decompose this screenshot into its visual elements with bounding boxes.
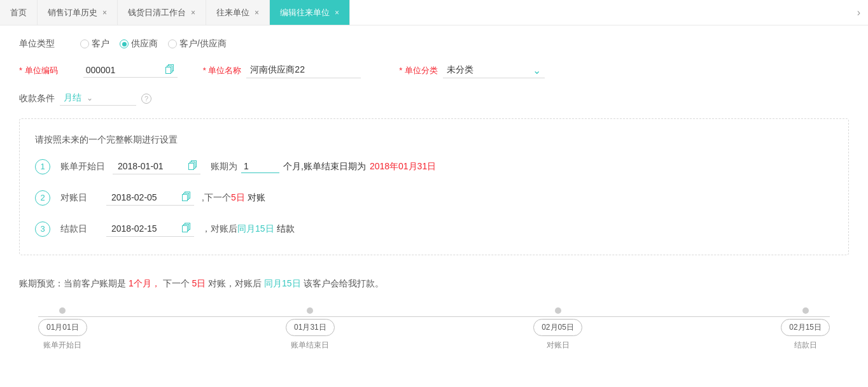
unit-code-icon[interactable]: 🗍 bbox=[165, 64, 175, 76]
timeline-node-1: 01月01日 账单开始日 bbox=[38, 307, 87, 351]
period-num-1: 1 bbox=[35, 159, 50, 174]
tab-sales-history-close[interactable]: × bbox=[102, 8, 107, 17]
timeline-container: 01月01日 账单开始日 01月31日 账单结束日 02月05日 对账日 bbox=[19, 307, 849, 351]
preview-section: 账期预览：当前客户账期是 1个月， 下一个 5日 对账，对账后 同月15日 该客… bbox=[19, 268, 849, 351]
preview-part2-suffix: 对账，对账后 bbox=[208, 278, 262, 288]
radio-both[interactable]: 客户/供应商 bbox=[168, 38, 227, 50]
period-payment-day: 同月15日 bbox=[237, 223, 274, 235]
tab-edit-partner-close[interactable]: × bbox=[335, 8, 339, 17]
radio-group-unit-type: 客户 供应商 客户/供应商 bbox=[80, 38, 227, 50]
timeline-nodes: 01月01日 账单开始日 01月31日 账单结束日 02月05日 对账日 bbox=[38, 307, 830, 351]
unit-code-input[interactable] bbox=[86, 65, 162, 75]
period-hint-3a: ，对账后 bbox=[202, 223, 237, 235]
payment-chevron-icon: ⌄ bbox=[87, 94, 93, 102]
preview-part1: 1个月， bbox=[129, 278, 160, 288]
radio-both-circle bbox=[168, 39, 177, 48]
timeline-badge-1: 01月01日 bbox=[38, 319, 87, 336]
timeline-label-1: 账单开始日 bbox=[43, 340, 81, 351]
period-reconcile-day: 5日 bbox=[231, 192, 245, 204]
timeline-dot-2 bbox=[307, 307, 313, 314]
preview-text: 账期预览：当前客户账期是 1个月， 下一个 5日 对账，对账后 同月15日 该客… bbox=[19, 278, 849, 290]
period-date-3-input[interactable] bbox=[109, 222, 179, 235]
tab-cash-work[interactable]: 钱货日清工作台 × bbox=[118, 0, 206, 25]
tab-expand-button[interactable]: › bbox=[850, 0, 868, 25]
payment-dropdown[interactable]: 月结 ⌄ bbox=[60, 91, 136, 106]
period-label-3: 结款日 bbox=[60, 223, 99, 235]
unit-type-row: 单位类型 客户 供应商 客户/供应商 bbox=[19, 38, 849, 50]
preview-part2-highlight: 5日 bbox=[192, 278, 206, 288]
tab-cash-work-label: 钱货日清工作台 bbox=[128, 7, 186, 18]
period-box-title: 请按照未来的一个完整帐期进行设置 bbox=[35, 134, 833, 146]
unit-code-field: 🗍 bbox=[83, 63, 178, 78]
period-end-date: 2018年01月31日 bbox=[370, 161, 436, 172]
radio-customer-circle bbox=[80, 39, 89, 48]
period-hint-2a: ,下一个 bbox=[202, 192, 231, 204]
period-months-input[interactable] bbox=[241, 160, 279, 173]
radio-customer-label: 客户 bbox=[92, 38, 109, 50]
period-hint-3b: 结款 bbox=[277, 223, 295, 235]
chevron-down-icon: ⌄ bbox=[533, 64, 541, 76]
period-months-suffix: 个月,账单结束日期为 bbox=[283, 161, 366, 172]
radio-supplier-label: 供应商 bbox=[131, 38, 158, 50]
period-date-1-input[interactable] bbox=[115, 160, 185, 172]
period-date-1: 🗍 bbox=[113, 158, 200, 174]
payment-value: 月结 bbox=[64, 92, 81, 104]
period-label-2: 对账日 bbox=[60, 192, 99, 204]
timeline-badge-2: 01月31日 bbox=[286, 319, 335, 336]
tab-cash-work-close[interactable]: × bbox=[191, 8, 195, 17]
radio-both-label: 客户/供应商 bbox=[179, 38, 227, 50]
period-date-2-input[interactable] bbox=[109, 191, 179, 204]
preview-part2-prefix: 下一个 bbox=[163, 278, 190, 288]
tab-edit-partner-label: 编辑往来单位 bbox=[280, 7, 330, 18]
radio-supplier[interactable]: 供应商 bbox=[120, 38, 158, 50]
unit-category-dropdown[interactable]: 未分类 ⌄ bbox=[443, 63, 545, 78]
unit-code-label: * 单位编码 bbox=[19, 65, 58, 76]
period-num-2: 2 bbox=[35, 190, 50, 206]
timeline-node-2: 01月31日 账单结束日 bbox=[286, 307, 335, 351]
period-date-1-cal-icon[interactable]: 🗍 bbox=[188, 160, 198, 172]
unit-name-input[interactable] bbox=[246, 62, 361, 78]
payment-help-icon[interactable]: ? bbox=[141, 94, 151, 104]
tab-sales-history[interactable]: 销售订单历史 × bbox=[38, 0, 118, 25]
tab-edit-partner[interactable]: 编辑往来单位 × bbox=[270, 0, 350, 25]
unit-category-label: * 单位分类 bbox=[399, 65, 438, 76]
period-box: 请按照未来的一个完整帐期进行设置 1 账单开始日 🗍 账期为 个月,账单结束日期… bbox=[19, 118, 849, 255]
preview-label: 账期预览：当前客户账期是 bbox=[19, 278, 126, 288]
period-row-2: 2 对账日 🗍 ,下一个 5日 对账 bbox=[35, 190, 833, 206]
radio-supplier-circle bbox=[120, 39, 129, 48]
tab-sales-history-label: 销售订单历史 bbox=[48, 7, 97, 18]
timeline-node-4: 02月15日 结款日 bbox=[781, 307, 830, 351]
timeline-label-3: 对账日 bbox=[547, 340, 570, 351]
period-date-3-cal-icon[interactable]: 🗍 bbox=[181, 223, 192, 234]
unit-type-label: 单位类型 bbox=[19, 38, 55, 50]
timeline-node-3: 02月05日 对账日 bbox=[533, 307, 582, 351]
period-date-3: 🗍 bbox=[106, 221, 194, 237]
period-label-1: 账单开始日 bbox=[60, 161, 105, 172]
tab-partner-label: 往来单位 bbox=[216, 7, 249, 18]
tab-partner[interactable]: 往来单位 × bbox=[206, 0, 270, 25]
tab-bar: 首页 销售订单历史 × 钱货日清工作台 × 往来单位 × 编辑往来单位 × › bbox=[0, 0, 868, 25]
timeline-dot-3 bbox=[555, 307, 561, 314]
main-content: 单位类型 客户 供应商 客户/供应商 * 单位编码 🗍 * 单位名称 * 单位分… bbox=[0, 25, 868, 387]
period-row-3: 3 结款日 🗍 ，对账后 同月15日 结款 bbox=[35, 221, 833, 237]
period-date-2-cal-icon[interactable]: 🗍 bbox=[181, 192, 192, 203]
timeline-label-2: 账单结束日 bbox=[291, 340, 329, 351]
preview-part3-highlight: 同月15日 bbox=[264, 278, 301, 288]
payment-label: 收款条件 bbox=[19, 93, 55, 104]
timeline-badge-4: 02月15日 bbox=[781, 319, 830, 336]
timeline-dot-4 bbox=[802, 307, 809, 314]
unit-info-row: * 单位编码 🗍 * 单位名称 * 单位分类 未分类 ⌄ bbox=[19, 62, 849, 78]
payment-row: 收款条件 月结 ⌄ ? bbox=[19, 91, 849, 106]
unit-category-value: 未分类 bbox=[447, 64, 528, 76]
timeline-badge-3: 02月05日 bbox=[533, 319, 582, 336]
tab-home[interactable]: 首页 bbox=[0, 0, 38, 25]
period-hint-2b: 对账 bbox=[248, 192, 265, 204]
preview-part3-suffix: 该客户会给我打款。 bbox=[304, 278, 384, 288]
period-hint-1: 账期为 bbox=[211, 161, 237, 172]
tab-partner-close[interactable]: × bbox=[255, 8, 259, 17]
timeline-dot-1 bbox=[59, 307, 66, 314]
timeline-label-4: 结款日 bbox=[794, 340, 817, 351]
period-num-3: 3 bbox=[35, 222, 50, 237]
radio-customer[interactable]: 客户 bbox=[80, 38, 109, 50]
tab-home-label: 首页 bbox=[10, 7, 27, 18]
